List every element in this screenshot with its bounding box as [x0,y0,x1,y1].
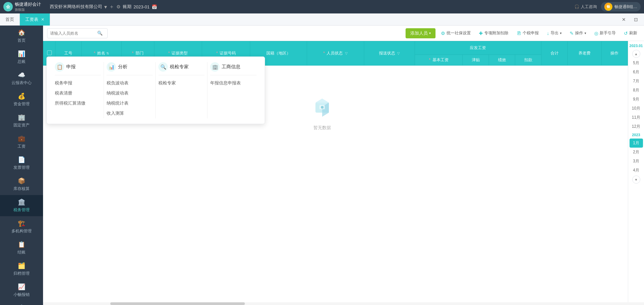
menu-item-tax-declare[interactable]: 税务申报 [55,78,101,88]
sidebar: 🏠 首页 📊 总账 ☁️ 云报表中心 💰 资金管理 🏢 固定资产 💼 工资 📄 … [0,26,43,305]
sidebar-item-home[interactable]: 🏠 首页 [0,26,43,47]
add-person-button[interactable]: 添加人员 ▾ [406,28,435,38]
accounting-period: 账期 2023-01 📅 [123,4,157,10]
scrollbar-thumb[interactable] [110,302,245,305]
add-company-icon[interactable]: ＋ [109,3,114,10]
social-security-icon: ⚙ [441,31,445,36]
date-month-1[interactable]: 1月 [630,139,643,148]
th-id-type-required: * [168,51,170,55]
toolbar-export[interactable]: ↓ 导出 ▾ [544,29,564,37]
date-month-12-prev[interactable]: 12月 [630,122,643,131]
multiorg-icon: 🏗️ [18,220,25,227]
logo-sub: 旗舰版 [15,7,41,12]
tab-payroll-close[interactable]: ✕ [41,17,44,22]
logo-area: 会 畅捷通好会计 旗舰版 [3,1,46,12]
declare-section-title: 申报 [66,64,76,70]
th-submit-status: 报送状态 ▽ [364,41,415,66]
header-company: 西安虾米网络科技有限公司 ▾ ＋ ⚙ 账期 2023-01 📅 [50,3,157,10]
th-allowance: 津贴 [463,55,489,66]
th-status-filter-icon[interactable]: ▽ [345,51,348,55]
th-deductions-label: 扣款 [524,58,532,62]
date-up-arrow[interactable]: ▲ [632,50,640,58]
th-total: 合计 [541,41,568,66]
analysis-section-icon: 📊 [107,62,116,72]
toolbar-guide[interactable]: ◎ 新手引导 [592,29,618,37]
sidebar-item-assets[interactable]: 🏢 固定资产 [0,110,43,131]
menu-item-annual-report[interactable]: 年报信息申报表 [210,78,257,88]
date-down-arrow[interactable]: ▼ [632,176,640,184]
user-name: 畅捷通B组… [614,4,637,10]
date-month-5-prev[interactable]: 5月 [630,59,643,68]
date-month-7-prev[interactable]: 7月 [630,77,643,86]
sidebar-item-multiorg[interactable]: 🏗️ 多机构管理 [0,216,43,237]
menu-item-tax-burden[interactable]: 税负波动表 [107,78,153,88]
company-dropdown-icon[interactable]: ▾ [104,4,107,10]
select-all-checkbox[interactable] [47,50,52,55]
export-icon: ↓ [547,31,549,36]
operation-chevron-icon: ▾ [584,31,586,35]
th-id-num-label: 证据号码 [220,51,236,55]
sidebar-label-tax: 税务管理 [13,207,30,213]
tab-restore-icon[interactable]: ⊡ [631,15,641,24]
search-input[interactable] [50,31,97,36]
export-chevron-icon: ▾ [560,31,562,35]
toolbar-social-security[interactable]: ⚙ 统一社保设置 [438,29,473,37]
date-month-10-prev[interactable]: 10月 [630,104,643,113]
table-header-row-1: 工号 * 姓名 ⇅ * 部门 [43,41,628,55]
toolbar-operation[interactable]: ✎ 操作 ▾ [567,29,589,37]
company-settings-icon[interactable]: ⚙ [116,4,121,9]
tax-declaration-icon: 🖹 [517,31,521,36]
th-submit-filter-icon[interactable]: ▽ [397,51,400,55]
menu-item-tax-statistics[interactable]: 纳税统计表 [107,98,153,108]
tab-home-label: 首页 [5,16,14,23]
sidebar-item-settings[interactable]: ⚙️ 基础设置 [0,301,43,305]
toolbar-refresh[interactable]: ↺ 刷新 [621,29,640,37]
menu-section-declare-header: 📋 申报 [55,62,101,75]
tab-close-all-icon[interactable]: ✕ [619,15,629,24]
toolbar-tax-declaration[interactable]: 🖹 个税申报 [514,29,541,37]
dropdown-menu: 📋 申报 税务申报 税表清册 所得税汇算清缴 📊 分析 税负波动表 纳 [46,56,265,124]
menu-item-income-calc[interactable]: 收入测算 [107,108,153,118]
operation-icon: ✎ [570,31,574,36]
sidebar-item-inventory[interactable]: 📦 库存核算 [0,174,43,195]
th-pension-label: 养老费 [578,51,591,55]
declare-section-icon: 📋 [55,62,64,72]
th-nationality-label: 国籍（地区） [266,51,291,55]
horizontal-scrollbar[interactable] [43,302,644,305]
date-month-6-prev[interactable]: 6月 [630,68,643,77]
tax-icon: 🏛️ [18,198,25,206]
sidebar-item-funds[interactable]: 💰 资金管理 [0,89,43,110]
date-month-9-prev[interactable]: 9月 [630,95,643,104]
menu-item-tax-fluctuation[interactable]: 纳税波动表 [107,88,153,98]
menu-item-tax-expert[interactable]: 税检专家 [158,78,204,88]
th-op: 操作 [601,41,628,66]
date-month-2[interactable]: 2月 [630,148,643,157]
tab-payroll[interactable]: 工资表 ✕ [20,13,50,26]
sidebar-item-expense[interactable]: 📈 小畅报销 [0,280,43,301]
sidebar-item-tax[interactable]: 🏛️ 税务管理 [0,195,43,216]
sidebar-item-payroll[interactable]: 💼 工资 [0,131,43,153]
tax-declaration-label: 个税申报 [523,30,539,36]
menu-section-business: 🏢 工商信息 年报信息申报表 [207,62,259,118]
avatar-area[interactable]: 畅 畅捷通B组… [601,2,641,11]
period-calendar-icon[interactable]: 📅 [152,4,157,9]
tab-home[interactable]: 首页 [0,13,20,26]
th-id-num-required: * [216,51,218,55]
support-btn[interactable]: 🎧 人工咨询 [574,4,597,10]
sidebar-item-cloud[interactable]: ☁️ 云报表中心 [0,68,43,89]
toolbar-deduction[interactable]: ✚ 专项附加扣除 [476,29,511,37]
date-month-4[interactable]: 4月 [630,166,643,175]
sidebar-item-invoice[interactable]: 📄 发票管理 [0,153,43,174]
menu-item-tax-list[interactable]: 税表清册 [55,88,101,98]
sidebar-item-ledger[interactable]: 📊 总账 [0,47,43,68]
date-month-3[interactable]: 3月 [630,157,643,166]
ledger-icon: 📊 [18,50,25,58]
date-month-8-prev[interactable]: 8月 [630,86,643,95]
th-name-sort-icon[interactable]: ⇅ [106,51,109,55]
menu-item-tax-settlement[interactable]: 所得税汇算清缴 [55,98,101,108]
sidebar-item-archive[interactable]: 🗂️ 归档管理 [0,259,43,280]
date-month-11-prev[interactable]: 11月 [630,113,643,122]
th-total-label: 合计 [551,51,559,55]
sidebar-item-closing[interactable]: 📋 结账 [0,237,43,259]
inventory-icon: 📦 [18,177,25,185]
